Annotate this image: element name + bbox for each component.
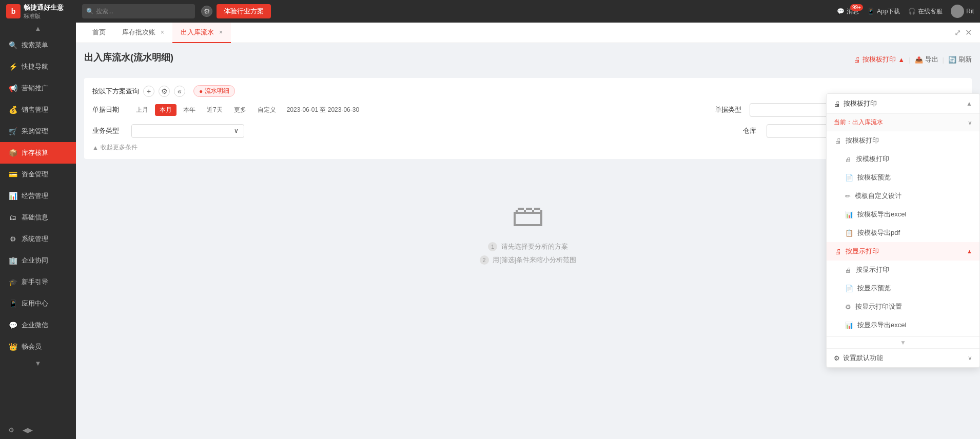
- template-print-section-header[interactable]: 🖨 按模板打印: [827, 131, 979, 150]
- tab-label-flow: 出入库流水: [181, 28, 214, 37]
- sidebar-item-app-center[interactable]: 📱 应用中心: [0, 293, 76, 314]
- tag-icon: ●: [199, 88, 203, 95]
- sidebar-label-system: 系统管理: [22, 234, 48, 244]
- megaphone-icon: 📢: [8, 84, 17, 92]
- date-label: 单据日期: [92, 105, 123, 114]
- default-settings-label: 设置默认功能: [843, 353, 883, 363]
- printer-icon-4: 🖨: [835, 248, 841, 255]
- sidebar-item-basic[interactable]: 🗂 基础信息: [0, 207, 76, 228]
- export-button[interactable]: 📤 导出: [915, 55, 938, 64]
- chevron-up-icon-2: ▲: [92, 144, 99, 151]
- date-btn-more[interactable]: 更多: [229, 104, 251, 116]
- sidebar-item-wechat[interactable]: 💬 企业微信: [0, 314, 76, 336]
- template-print-action-item[interactable]: 🖨 按模板打印: [827, 150, 979, 168]
- settings-filter-button[interactable]: ⚙: [159, 86, 170, 97]
- display-print-action-item[interactable]: 🖨 按显示打印: [827, 261, 979, 279]
- sidebar-label-app-center: 应用中心: [22, 299, 48, 308]
- template-preview-item[interactable]: 📄 按模板预览: [827, 168, 979, 187]
- sidebar-scroll-down[interactable]: ▼: [0, 357, 76, 369]
- collapse-filter-button[interactable]: «: [174, 86, 185, 97]
- dropdown-footer[interactable]: ⚙ 设置默认功能 ∨: [827, 348, 979, 367]
- dropdown-header-arrow[interactable]: ▲: [966, 100, 972, 107]
- chevron-down-icon-2: ∨: [234, 127, 239, 134]
- top-bar: b 畅捷通好生意 标准版 🔍 搜索... ⚙ 体验行业方案 💬 消息 99+ 📱…: [0, 0, 980, 23]
- sidebar-item-marketing[interactable]: 📢 营销推广: [0, 77, 76, 99]
- display-print-section-header[interactable]: 🖨 按显示打印 ▲: [827, 242, 979, 261]
- sidebar-item-enterprise[interactable]: 🏢 企业协同: [0, 250, 76, 271]
- empty-illustration: 🗃: [512, 196, 544, 234]
- sidebar-label-guide: 新手引导: [22, 277, 48, 287]
- top-search-bar[interactable]: 🔍 搜索...: [82, 4, 195, 18]
- print-template-button[interactable]: 🖨 按模板打印 ▲: [854, 55, 905, 64]
- sidebar-item-finance[interactable]: 💳 资金管理: [0, 164, 76, 185]
- template-print-label: 按模板打印: [846, 136, 879, 145]
- tab-close-flow[interactable]: ×: [219, 29, 223, 36]
- sidebar-item-guide[interactable]: 🎓 新手引导: [0, 271, 76, 293]
- date-btn-last7days[interactable]: 近7天: [202, 104, 227, 116]
- sidebar-scroll-up[interactable]: ▲: [0, 23, 76, 34]
- sidebar-collapse-icon[interactable]: ◀▶: [23, 426, 33, 434]
- settings-icon-btn[interactable]: ⚙: [201, 6, 212, 17]
- date-btn-this-year[interactable]: 本年: [179, 104, 200, 116]
- sidebar-item-purchase[interactable]: 🛒 采购管理: [0, 121, 76, 142]
- add-filter-button[interactable]: +: [143, 86, 154, 97]
- sidebar-item-search[interactable]: 🔍 搜索菜单: [0, 34, 76, 56]
- customer-service-label: 在线客服: [918, 7, 943, 16]
- tab-maximize-button[interactable]: ⤢: [954, 28, 961, 37]
- sidebar-item-quick-nav[interactable]: ⚡ 快捷导航: [0, 56, 76, 77]
- industry-solution-button[interactable]: 体验行业方案: [217, 4, 271, 18]
- sidebar-item-inventory[interactable]: 📦 库存核算: [0, 142, 76, 164]
- cart-icon: 🛒: [8, 127, 17, 135]
- business-type-select[interactable]: ∨: [131, 124, 244, 138]
- template-export-excel-item[interactable]: 📊 按模板导出excel: [827, 205, 979, 224]
- system-gear-icon: ⚙: [8, 235, 17, 243]
- template-export-pdf-item[interactable]: 📋 按模板导出pdf: [827, 224, 979, 242]
- tab-close-batch[interactable]: ×: [161, 29, 164, 36]
- sidebar-item-member[interactable]: 👑 畅会员: [0, 336, 76, 357]
- print-dropdown-panel: 🖨 按模板打印 ▲ 当前：出入库流水 ∨ 🖨 按模板打印: [826, 93, 980, 368]
- customer-service-item[interactable]: 🎧 在线客服: [908, 7, 943, 16]
- sidebar-item-system[interactable]: ⚙ 系统管理: [0, 228, 76, 250]
- settings-icon-3: ⚙: [845, 303, 851, 311]
- date-btn-custom[interactable]: 自定义: [253, 104, 281, 116]
- default-settings-icon: ⚙: [834, 354, 840, 362]
- sidebar-item-sales[interactable]: 💰 销售管理: [0, 99, 76, 121]
- wechat-icon: 💬: [8, 321, 17, 329]
- date-btn-this-month[interactable]: 本月: [155, 104, 177, 116]
- tab-flow[interactable]: 出入库流水 ×: [172, 23, 231, 43]
- preview-icon: 📄: [845, 174, 853, 182]
- tab-bar: 首页 库存批次账 × 出入库流水 × ⤢ ✕: [76, 23, 980, 43]
- date-range-display: 2023-06-01 至 2023-06-30: [287, 106, 359, 114]
- user-avatar-area[interactable]: Rit: [951, 5, 974, 18]
- doc-type-label: 单据类型: [715, 105, 741, 114]
- refresh-button[interactable]: 🔄 刷新: [948, 55, 972, 64]
- printer-icon: 🖨: [854, 56, 860, 64]
- refresh-icon: 🔄: [948, 56, 956, 64]
- dropdown-scroll-down-btn[interactable]: ▼: [827, 336, 979, 348]
- message-item[interactable]: 💬 消息 99+: [837, 7, 859, 16]
- sidebar-label-marketing: 营销推广: [22, 84, 48, 93]
- sidebar-label-wechat: 企业微信: [22, 321, 48, 330]
- content-area: 首页 库存批次账 × 出入库流水 × ⤢ ✕ 出入库流水(流水明细): [76, 23, 980, 439]
- page-title: 出入库流水(流水明细): [84, 51, 173, 64]
- sidebar-item-operation[interactable]: 📊 经营管理: [0, 185, 76, 207]
- filter-scheme-area: 按以下方案查询 + ⚙ «: [92, 86, 185, 97]
- tab-batch[interactable]: 库存批次账 ×: [114, 23, 172, 43]
- sidebar-bottom: ⚙ ◀▶: [0, 421, 76, 439]
- page-content: 出入库流水(流水明细) 🖨 按模板打印 ▲ | 📤 导出 | 🔄: [76, 43, 980, 439]
- edit-icon: ✏: [845, 192, 851, 200]
- sidebar-settings-icon[interactable]: ⚙: [8, 426, 14, 434]
- app-download-item[interactable]: 📱 App下载: [867, 7, 900, 16]
- display-preview-item[interactable]: 📄 按显示预览: [827, 279, 979, 297]
- chevron-up-icon: ▲: [898, 56, 905, 64]
- tab-home[interactable]: 首页: [84, 23, 114, 43]
- display-print-settings-item[interactable]: ⚙ 按显示打印设置: [827, 297, 979, 316]
- date-btn-last-month[interactable]: 上月: [131, 104, 153, 116]
- graduation-icon: 🎓: [8, 278, 17, 286]
- chevron-down-scroll-icon: ▼: [900, 339, 906, 346]
- empty-tip-1: 1 请先选择要分析的方案: [488, 242, 568, 251]
- tab-close-all-button[interactable]: ✕: [965, 28, 972, 37]
- display-export-excel-item[interactable]: 📊 按显示导出excel: [827, 316, 979, 334]
- flow-detail-tag[interactable]: ● 流水明细: [193, 85, 235, 97]
- template-custom-item[interactable]: ✏ 模板自定义设计: [827, 187, 979, 205]
